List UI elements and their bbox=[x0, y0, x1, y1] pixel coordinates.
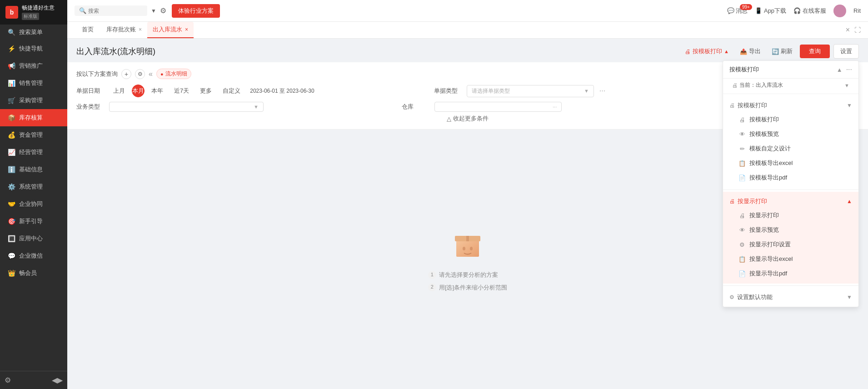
sidebar-item-label: 基础信息 bbox=[19, 165, 43, 174]
display-print-settings-item[interactable]: ⚙ 按显示打印设置 bbox=[729, 237, 858, 252]
more-options-icon[interactable]: ··· bbox=[846, 65, 852, 74]
topbar-search-box[interactable]: 🔍 bbox=[75, 5, 147, 16]
app-logo: b 畅捷通好生意 标准版 bbox=[0, 0, 67, 25]
date-option-more[interactable]: 更多 bbox=[196, 85, 216, 96]
sidebar-item-search[interactable]: 🔍 搜索菜单 bbox=[0, 25, 67, 40]
template-preview-item[interactable]: 👁 按模板预览 bbox=[729, 127, 858, 141]
date-option-this-year[interactable]: 本年 bbox=[147, 85, 167, 96]
sidebar-settings-icon[interactable]: ⚙ bbox=[5, 376, 11, 384]
sidebar-item-member[interactable]: 👑 畅会员 bbox=[0, 264, 67, 282]
print-icon: 🖨 bbox=[685, 48, 691, 55]
date-option-last-7[interactable]: 近7天 bbox=[170, 85, 193, 96]
print-dropdown-title: 按模板打印 bbox=[729, 65, 759, 74]
date-field-label: 单据日期 bbox=[76, 87, 104, 95]
filter-active-tag[interactable]: ● 流水明细 bbox=[156, 69, 191, 79]
empty-svg bbox=[449, 226, 486, 262]
tab-batch[interactable]: 库存批次账 × bbox=[101, 22, 147, 38]
print-template-btn[interactable]: 🖨 按模板打印 ▲ bbox=[681, 45, 733, 57]
tab-home[interactable]: 首页 bbox=[75, 22, 101, 38]
basic-icon: ℹ️ bbox=[7, 165, 15, 174]
svg-point-3 bbox=[470, 247, 473, 250]
settings-btn[interactable]: 设置 bbox=[833, 44, 859, 59]
template-export-pdf-item[interactable]: 📄 按模板导出pdf bbox=[729, 170, 858, 185]
display-export-excel-item[interactable]: 📋 按显示导出excel bbox=[729, 252, 858, 266]
sidebar-item-label: 新手引导 bbox=[19, 217, 43, 225]
business-type-select[interactable]: ▼ bbox=[109, 102, 264, 112]
date-option-this-month[interactable]: 本月 bbox=[132, 85, 145, 97]
sidebar-item-finance[interactable]: 💰 资金管理 bbox=[0, 126, 67, 144]
sidebar-item-inventory[interactable]: 📦 库存核算 bbox=[0, 109, 67, 126]
sidebar-item-purchase[interactable]: 🛒 采购管理 bbox=[0, 92, 67, 109]
topbar: 🔍 ▼ ⚙ 体验行业方案 💬 消息 99+ 📱 App下载 🎧 在线客服 bbox=[67, 0, 868, 22]
sidebar-item-basic[interactable]: ℹ️ 基础信息 bbox=[0, 161, 67, 178]
chevron-down-icon[interactable]: ▼ bbox=[844, 83, 849, 88]
display-print-section-header[interactable]: 🖨 按显示打印 ▲ bbox=[723, 194, 858, 208]
section1-arrow[interactable]: ▼ bbox=[847, 102, 852, 109]
template-custom-item[interactable]: ✏ 模板自定义设计 bbox=[729, 141, 858, 156]
default-setting-icon: ⚙ bbox=[729, 294, 734, 300]
notice-btn[interactable]: 💬 消息 99+ bbox=[727, 7, 748, 15]
quick-nav-icon: ⚡ bbox=[7, 45, 15, 53]
industry-btn[interactable]: 体验行业方案 bbox=[172, 4, 220, 18]
date-range-label: 2023-06-01 至 2023-06-30 bbox=[250, 87, 314, 95]
warehouse-label: 仓库 bbox=[402, 103, 429, 111]
sidebar-nav: 🔍 搜索菜单 ⚡ 快捷导航 📢 营销推广 📊 销售管理 🛒 采购管理 📦 库存核… bbox=[0, 25, 67, 371]
topbar-dropdown[interactable]: ▼ bbox=[151, 8, 156, 14]
sidebar-item-cooperation[interactable]: 🤝 企业协同 bbox=[0, 195, 67, 213]
settings-gear-icon[interactable]: ⚙ bbox=[160, 6, 166, 15]
sidebar-collapse-icon[interactable]: ◀▶ bbox=[52, 376, 63, 384]
filter-settings-btn[interactable]: ⚙ bbox=[135, 69, 145, 79]
bill-type-select[interactable]: 请选择单据类型 ▼ bbox=[467, 85, 594, 97]
sidebar-item-wechat[interactable]: 💬 企业微信 bbox=[0, 247, 67, 264]
empty-hint-2: 2 用[选]条件来缩小分析范围 bbox=[428, 282, 507, 293]
date-option-custom[interactable]: 自定义 bbox=[219, 85, 244, 96]
section2-arrow[interactable]: ▲ bbox=[847, 198, 852, 204]
sidebar-item-label: 库存核算 bbox=[19, 114, 43, 122]
empty-illustration bbox=[449, 226, 486, 262]
filter-section-label: 按以下方案查询 bbox=[76, 70, 118, 78]
tab-flow-label: 出入库流水 bbox=[153, 25, 182, 34]
sidebar-item-operations[interactable]: 📈 经营管理 bbox=[0, 144, 67, 161]
tab-flow-close[interactable]: × bbox=[185, 26, 188, 33]
sidebar-item-label: 畅会员 bbox=[19, 269, 37, 277]
date-option-last-month[interactable]: 上月 bbox=[109, 85, 129, 96]
tab-home-label: 首页 bbox=[82, 25, 94, 34]
online-service-btn[interactable]: 🎧 在线客服 bbox=[793, 7, 826, 15]
default-setting-section-header[interactable]: ⚙ 设置默认功能 ▼ bbox=[723, 290, 858, 304]
filter-add-btn[interactable]: + bbox=[121, 69, 131, 79]
sidebar-item-sales[interactable]: 📊 销售管理 bbox=[0, 75, 67, 92]
sidebar-item-app-center[interactable]: 🔳 应用中心 bbox=[0, 230, 67, 247]
bill-type-more-icon[interactable]: ··· bbox=[599, 87, 605, 95]
warehouse-select[interactable]: ··· bbox=[434, 102, 562, 112]
user-avatar[interactable] bbox=[833, 5, 846, 17]
app-download-btn[interactable]: 📱 App下载 bbox=[755, 7, 786, 15]
main-area: 🔍 ▼ ⚙ 体验行业方案 💬 消息 99+ 📱 App下载 🎧 在线客服 bbox=[67, 0, 868, 389]
sidebar-item-system[interactable]: ⚙️ 系统管理 bbox=[0, 178, 67, 195]
tab-flow[interactable]: 出入库流水 × bbox=[147, 22, 194, 38]
refresh-btn[interactable]: 🔄 刷新 bbox=[768, 45, 796, 57]
sidebar-item-guide[interactable]: 🎯 新手引导 bbox=[0, 213, 67, 230]
sidebar-item-marketing[interactable]: 📢 营销推广 bbox=[0, 57, 67, 75]
sidebar-item-quick-nav[interactable]: ⚡ 快捷导航 bbox=[0, 40, 67, 57]
filter-collapse-btn[interactable]: « bbox=[149, 70, 153, 78]
template-export-excel-item[interactable]: 📋 按模板导出excel bbox=[729, 156, 858, 170]
chevron-up-icon[interactable]: ▲ bbox=[837, 66, 843, 73]
query-btn[interactable]: 查询 bbox=[800, 45, 830, 58]
tab-batch-close[interactable]: × bbox=[139, 26, 142, 33]
close-panel-icon[interactable]: × bbox=[846, 26, 850, 34]
template-print-section-header[interactable]: 🖨 按模板打印 ▼ bbox=[723, 99, 858, 112]
search-input[interactable] bbox=[88, 8, 134, 14]
maximize-icon[interactable]: ⛶ bbox=[854, 26, 861, 34]
date-options: 上月 本月 本年 近7天 更多 自定义 bbox=[109, 85, 244, 97]
app-tag: 标准版 bbox=[22, 13, 39, 20]
export-btn[interactable]: 📤 导出 bbox=[736, 45, 764, 57]
display-preview-item[interactable]: 👁 按显示预览 bbox=[729, 223, 858, 237]
display-print-item[interactable]: 🖨 按显示打印 bbox=[729, 208, 858, 223]
section3-arrow[interactable]: ▼ bbox=[847, 294, 852, 300]
template-print-item[interactable]: 🖨 按模板打印 bbox=[729, 112, 858, 127]
app-label: App下载 bbox=[764, 7, 786, 15]
app-name: 畅捷通好生意 bbox=[22, 5, 55, 12]
tabs-bar: 首页 库存批次账 × 出入库流水 × × ⛶ bbox=[67, 22, 868, 39]
username-label[interactable]: Rit bbox=[853, 7, 861, 14]
display-export-pdf-item[interactable]: 📄 按显示导出pdf bbox=[729, 266, 858, 281]
